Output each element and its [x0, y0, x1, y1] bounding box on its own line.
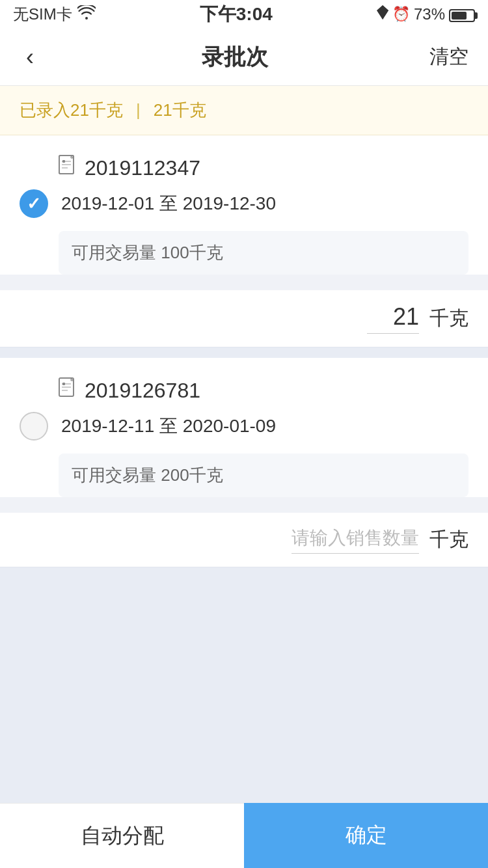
- nav-title: 录批次: [202, 42, 268, 72]
- battery-percent: 73%: [414, 5, 445, 23]
- batch1-quantity-value[interactable]: 21: [367, 303, 419, 334]
- section-divider: [0, 347, 488, 358]
- status-time: 下午3:04: [200, 2, 273, 27]
- batch1-date-row[interactable]: 2019-12-01 至 2019-12-30: [20, 189, 468, 218]
- batch2-date: 2019-12-11 至 2020-01-09: [61, 414, 276, 439]
- batch2-available: 可用交易量 200千克: [59, 454, 468, 497]
- clear-button[interactable]: 清空: [429, 44, 468, 70]
- location-icon: [377, 5, 388, 23]
- batch2-icon: [59, 377, 78, 404]
- batch1-date: 2019-12-01 至 2019-12-30: [61, 191, 276, 216]
- svg-rect-2: [62, 160, 65, 163]
- carrier-text: 无SIM卡: [13, 4, 72, 25]
- batch2-id: 2019126781: [85, 379, 200, 403]
- summary-recorded: 已录入21千克: [20, 99, 123, 122]
- batch2-card: 2019126781 2019-12-11 至 2020-01-09 可用交易量…: [0, 358, 488, 497]
- batch1-quantity-row: 21 千克: [0, 290, 488, 347]
- batch1-quantity-unit: 千克: [429, 305, 468, 332]
- alarm-icon: ⏰: [392, 6, 410, 23]
- nav-bar: ‹ 录批次 清空: [0, 29, 488, 86]
- back-button[interactable]: ‹: [20, 37, 40, 77]
- batch2-quantity-unit: 千克: [429, 526, 468, 553]
- batch2-input-row[interactable]: 请输入销售数量 千克: [0, 513, 488, 567]
- wifi-icon: [77, 5, 96, 23]
- status-left: 无SIM卡: [13, 4, 96, 25]
- batch2-header: 2019126781: [20, 377, 468, 404]
- svg-rect-4: [62, 383, 65, 385]
- summary-value: 21千克: [154, 99, 206, 122]
- status-bar: 无SIM卡 下午3:04 ⏰ 73%: [0, 0, 488, 29]
- status-right: ⏰ 73%: [377, 5, 475, 23]
- batch1-header: 2019112347: [20, 155, 468, 182]
- batch2-date-row[interactable]: 2019-12-11 至 2020-01-09: [20, 412, 468, 441]
- batch1-icon: [59, 155, 78, 182]
- bottom-bar: 自动分配 确定: [0, 803, 488, 868]
- batch1-card: 2019112347 2019-12-01 至 2019-12-30 可用交易量…: [0, 135, 488, 275]
- batch2-input-placeholder: 请输入销售数量: [291, 528, 419, 548]
- batch2-radio[interactable]: [20, 412, 48, 441]
- summary-banner: 已录入21千克 | 21千克: [0, 86, 488, 135]
- batch1-radio[interactable]: [20, 189, 48, 218]
- batch2-quantity-input[interactable]: 请输入销售数量: [291, 526, 419, 554]
- battery-icon: [449, 5, 475, 23]
- batch1-available: 可用交易量 100千克: [59, 231, 468, 275]
- summary-divider: |: [136, 100, 141, 120]
- auto-distribute-button[interactable]: 自动分配: [0, 803, 244, 868]
- confirm-button[interactable]: 确定: [244, 803, 488, 868]
- batch1-id: 2019112347: [85, 156, 200, 180]
